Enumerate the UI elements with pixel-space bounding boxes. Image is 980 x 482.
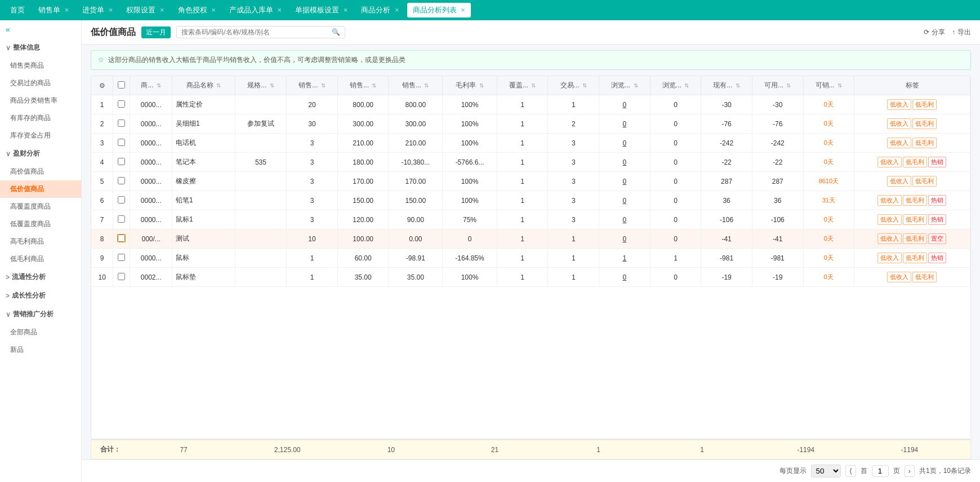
row-checkbox[interactable] [118,196,125,204]
cell-views1[interactable]: 1 [599,249,651,268]
cell-views1[interactable]: 0 [599,268,651,287]
row-checkbox[interactable] [118,235,125,242]
col-available-stock[interactable]: 可用... ⇅ [752,76,803,95]
col-checkbox[interactable] [113,76,130,95]
sidebar-item-traded-goods[interactable]: 交易过的商品 [0,74,81,92]
nav-template-settings[interactable]: 单据模板设置 × [289,3,353,17]
row-checkbox[interactable] [118,254,125,261]
views-link[interactable]: 0 [623,158,627,166]
cell-views1[interactable]: 0 [599,229,651,249]
cell-checkbox[interactable] [113,134,130,153]
col-settings[interactable]: ⚙ [91,76,113,95]
nav-permission[interactable]: 权限设置 × [121,3,170,17]
views-link[interactable]: 0 [623,101,627,109]
col-views2[interactable]: 浏览... ⇅ [650,76,701,95]
col-transaction[interactable]: 交易... ⇅ [548,76,599,95]
sidebar-item-high-margin[interactable]: 高毛利商品 [0,233,81,250]
row-checkbox[interactable] [118,139,125,146]
sidebar-section-growth[interactable]: > 成长性分析 [0,286,81,305]
views-link[interactable]: 1 [623,254,627,262]
cell-views1[interactable]: 0 [599,95,651,114]
sidebar-item-low-value[interactable]: 低价值商品 [0,180,81,198]
search-input[interactable] [181,28,328,36]
sidebar-item-stock-capital[interactable]: 库存资金占用 [0,127,81,144]
cell-checkbox[interactable] [113,153,130,172]
sidebar-section-liquidity[interactable]: > 流通性分析 [0,268,81,286]
share-button[interactable]: ⟳ 分享 [924,28,945,37]
first-page-button[interactable]: ⟨ [845,465,856,477]
collapse-sidebar-button[interactable]: « [0,20,81,38]
cell-checkbox[interactable] [113,95,130,114]
nav-home[interactable]: 首页 [5,3,30,17]
row-checkbox[interactable] [118,215,125,223]
per-page-select[interactable]: 50 100 200 [811,465,841,477]
views-link[interactable]: 0 [623,273,627,281]
col-sales2[interactable]: 销售... ⇅ [389,76,443,95]
col-gross-margin[interactable]: 毛利率 ⇅ [443,76,497,95]
cell-views1[interactable]: 0 [599,191,651,210]
sidebar-item-category-sales-rate[interactable]: 商品分类销售率 [0,92,81,109]
cell-checkbox[interactable] [113,114,130,134]
export-button[interactable]: ↑ 导出 [952,28,971,37]
cell-checkbox[interactable] [113,191,130,210]
next-page-button[interactable]: › [905,465,915,477]
sidebar-item-low-margin[interactable]: 低毛利商品 [0,250,81,268]
cell-views1[interactable]: 0 [599,153,651,172]
cell-checkbox[interactable] [113,210,130,229]
col-name[interactable]: 商品名称 ⇅ [172,76,235,95]
page-number-input[interactable] [872,465,889,477]
sidebar-section-profit[interactable]: ∨ 盈财分析 [0,144,81,163]
row-checkbox[interactable] [118,120,125,127]
cell-checkbox[interactable] [113,229,130,249]
views-link[interactable]: 0 [623,235,627,243]
col-coverage[interactable]: 覆盖... ⇅ [497,76,548,95]
close-icon[interactable]: × [344,6,348,14]
cell-views1[interactable]: 0 [599,172,651,191]
sidebar-item-sales-goods[interactable]: 销售类商品 [0,57,81,74]
select-all-checkbox[interactable] [118,81,125,89]
cell-checkbox[interactable] [113,172,130,191]
close-icon[interactable]: × [65,6,69,14]
sidebar-item-high-coverage[interactable]: 高覆盖度商品 [0,198,81,215]
row-checkbox[interactable] [118,177,125,184]
col-saleable[interactable]: 可销... ⇅ [803,76,854,95]
nav-product-storage[interactable]: 产成品入库单 × [224,3,287,17]
nav-product-analysis[interactable]: 商品分析 × [355,3,404,17]
cell-checkbox[interactable] [113,249,130,268]
views-link[interactable]: 0 [623,197,627,205]
close-icon[interactable]: × [395,6,399,14]
col-sales-amount[interactable]: 销售... ⇅ [337,76,389,95]
sidebar-item-low-coverage[interactable]: 低覆盖度商品 [0,215,81,233]
data-table-container[interactable]: ⚙ 商... ⇅ 商品名称 ⇅ 规格... ⇅ 销售... ⇅ 销售... ⇅ … [91,76,971,439]
nav-purchase-order[interactable]: 进货单 × [77,3,118,17]
views-link[interactable]: 0 [623,178,627,185]
sidebar-item-stock-goods[interactable]: 有库存的商品 [0,109,81,127]
nav-sales-order[interactable]: 销售单 × [33,3,74,17]
row-checkbox[interactable] [118,158,125,165]
close-icon[interactable]: × [160,6,164,14]
sidebar-item-new-goods[interactable]: 新品 [0,341,81,359]
sidebar-item-high-value[interactable]: 高价值商品 [0,163,81,180]
row-checkbox[interactable] [118,100,125,108]
search-icon[interactable]: 🔍 [332,28,340,36]
sidebar-item-all-goods[interactable]: 全部商品 [0,324,81,341]
close-icon[interactable]: × [109,6,113,14]
col-views1[interactable]: 浏览... ⇅ [599,76,651,95]
col-code[interactable]: 商... ⇅ [130,76,172,95]
cell-views1[interactable]: 0 [599,114,651,134]
row-checkbox[interactable] [118,273,125,280]
close-icon[interactable]: × [461,6,465,14]
close-icon[interactable]: × [278,6,282,14]
views-link[interactable]: 0 [623,139,627,147]
sidebar-section-overall[interactable]: ∨ 整体信息 [0,38,81,57]
cell-views1[interactable]: 0 [599,210,651,229]
col-qty[interactable]: 销售... ⇅ [287,76,338,95]
cell-views1[interactable]: 0 [599,134,651,153]
views-link[interactable]: 0 [623,216,627,224]
col-spec[interactable]: 规格... ⇅ [235,76,287,95]
filter-badge[interactable]: 近一月 [141,26,171,38]
col-current-stock[interactable]: 现有... ⇅ [701,76,752,95]
sidebar-section-marketing[interactable]: ∨ 营销推广分析 [0,305,81,324]
nav-product-analysis-list[interactable]: 商品分析列表 × [407,3,471,17]
nav-role-auth[interactable]: 角色授权 × [172,3,221,17]
